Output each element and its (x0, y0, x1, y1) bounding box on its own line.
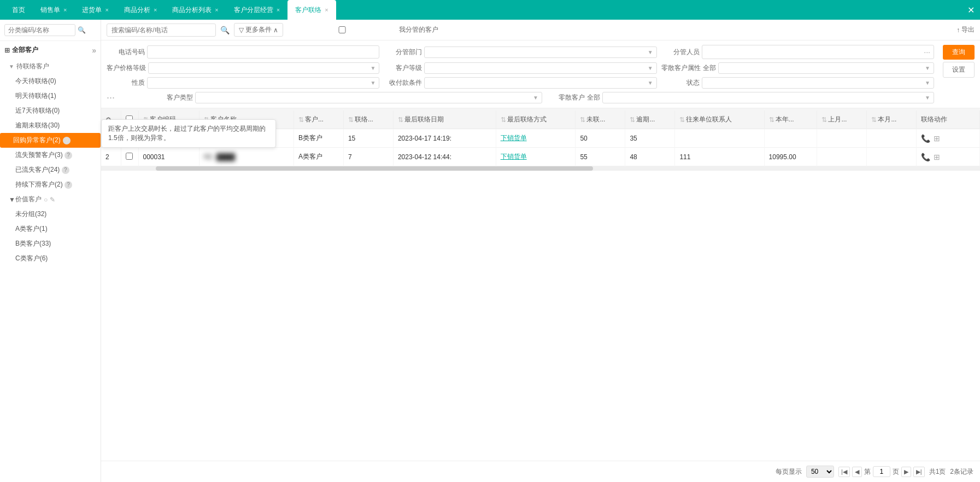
export-button[interactable]: ↑ 导出 (956, 25, 975, 34)
filter-label-person: 分管人员 (661, 48, 700, 57)
nav-item-customer-tier[interactable]: 客户分层经营 × (226, 0, 287, 20)
close-icon[interactable]: × (277, 7, 280, 13)
filter-cell-dept: 分管部门 ▼ (384, 47, 656, 58)
more-conditions-button[interactable]: ▽ 更多条件 ∧ (234, 23, 283, 37)
filter-price-level-select[interactable]: ▼ (148, 62, 379, 74)
filter-retail-customer-select[interactable]: ▼ (602, 92, 934, 103)
close-icon[interactable]: × (215, 7, 218, 13)
collapse-icon[interactable]: » (92, 46, 96, 55)
filter-phone-input[interactable] (147, 45, 379, 59)
col-header-last-month[interactable]: ⇅ 上月... (817, 111, 867, 129)
filter-status-select[interactable]: ▼ (702, 77, 934, 89)
close-icon[interactable]: × (105, 7, 108, 13)
horizontal-scrollbar[interactable] (101, 166, 980, 171)
sort-icon: ⇅ (580, 116, 585, 124)
filter-label-customer-type: 客户类型 (155, 93, 193, 102)
filter-icon: ▽ (239, 26, 244, 34)
filter-customer-level-select[interactable]: ▼ (424, 62, 656, 74)
info-icon[interactable]: ? (64, 152, 72, 159)
col-header-contact-person[interactable]: ⇅ 往来单位联系人 (675, 111, 764, 129)
phone-icon[interactable]: 📞 (921, 153, 930, 161)
col-header-overdue[interactable]: ⇅ 逾期... (625, 111, 675, 129)
nav-item-analysis-list[interactable]: 商品分析列表 × (165, 0, 226, 20)
page-input[interactable] (873, 466, 890, 477)
sidebar-group-pending[interactable]: ▼ 待联络客户 (0, 59, 101, 74)
sidebar-item-today[interactable]: 今天待联络(0) (0, 74, 101, 89)
sort-icon: ⇅ (821, 116, 827, 124)
contact-method-link[interactable]: 下销货单 (501, 153, 527, 160)
filter-customer-type-select[interactable]: ▼ (195, 92, 542, 103)
sidebar-item-churn-warning[interactable]: 流失预警客户(3) ? (0, 148, 101, 162)
edit-icon[interactable]: ○ (44, 196, 48, 204)
search-input[interactable] (107, 24, 216, 37)
contact-method-link[interactable]: 下销货单 (501, 134, 527, 142)
sidebar-item-ungrouped[interactable]: 未分组(32) (0, 207, 101, 222)
col-header-last-contact-method[interactable]: ⇅ 最后联络方式 (496, 111, 576, 129)
last-page-button[interactable]: ▶| (913, 467, 925, 477)
cell-contact-count: 15 (343, 129, 393, 148)
sidebar-item-repurchase-abnormal[interactable]: 回购异常客户(2) ? (0, 133, 101, 148)
sidebar-item-7days[interactable]: 近7天待联络(0) (0, 103, 101, 118)
nav-item-sales[interactable]: 销售单 × (33, 0, 74, 20)
close-icon[interactable]: × (154, 7, 157, 13)
search-icon[interactable]: 🔍 (78, 26, 86, 34)
sidebar-search-input[interactable] (4, 24, 75, 36)
sidebar-item-class-c[interactable]: C类客户(6) (0, 251, 101, 266)
phone-icon[interactable]: 📞 (921, 134, 930, 143)
cell-current-month (867, 129, 917, 148)
cell-action: 📞 ⊞ (917, 129, 980, 148)
sidebar-item-tomorrow[interactable]: 明天待联络(1) (0, 89, 101, 103)
info-icon[interactable]: ? (64, 181, 72, 189)
prev-page-button[interactable]: ◀ (852, 467, 862, 477)
col-header-no-contact[interactable]: ⇅ 未联... (576, 111, 625, 129)
row-checkbox[interactable] (126, 153, 133, 160)
grid-icon[interactable]: ⊞ (934, 153, 940, 161)
sidebar-item-class-a[interactable]: A类客户(1) (0, 222, 101, 236)
query-button[interactable]: 查询 (943, 45, 975, 60)
settings-button[interactable]: 设置 (943, 62, 975, 78)
filter-retail-attr-select[interactable]: ▼ (718, 62, 934, 74)
total-pages-label: 共1页 (929, 467, 946, 477)
chevron-down-icon: ▼ (648, 49, 653, 55)
cell-code: 000031 (138, 148, 199, 166)
col-header-last-contact-date[interactable]: ⇅ 最后联络日期 (393, 111, 496, 129)
nav-close-button[interactable]: ✕ (967, 5, 975, 15)
sidebar-item-declining[interactable]: 持续下滑客户(2) ? (0, 177, 101, 192)
search-button[interactable]: 🔍 (220, 26, 230, 34)
filter-nature-select[interactable]: ▼ (147, 77, 379, 89)
scrollbar-thumb[interactable] (156, 166, 593, 171)
next-page-button[interactable]: ▶ (901, 467, 911, 477)
filter-cell-nature: 性质 ▼ (107, 77, 379, 89)
cell-current-month (867, 148, 917, 166)
filter-dept-select[interactable]: ▼ (424, 47, 656, 58)
per-page-select[interactable]: 50 20 100 (806, 466, 834, 478)
nav-item-analysis[interactable]: 商品分析 × (116, 0, 165, 20)
edit-icon2[interactable]: ✎ (50, 196, 55, 204)
col-header-level[interactable]: ⇅ 客户... (294, 111, 343, 129)
sidebar-item-churned[interactable]: 已流失客户(24) ? (0, 162, 101, 177)
nav-item-home[interactable]: 首页 (4, 0, 33, 20)
chevron-down-icon: ∧ (273, 26, 278, 34)
col-header-current-year[interactable]: ⇅ 本年... (764, 111, 817, 129)
sort-icon: ⇅ (871, 116, 877, 124)
filter-payment-select[interactable]: ▼ (424, 77, 656, 89)
nav-item-purchase[interactable]: 进货单 × (74, 0, 116, 20)
row-action-buttons: 📞 ⊞ (921, 153, 975, 161)
info-icon[interactable]: ? (62, 166, 69, 174)
filter-person-select[interactable]: ··· (702, 45, 934, 59)
sidebar-item-overdue[interactable]: 逾期未联络(30) (0, 118, 101, 133)
close-icon[interactable]: × (325, 7, 328, 13)
nav-item-customer-contact[interactable]: 客户联络 × (287, 0, 336, 20)
info-icon[interactable]: ? (63, 137, 71, 144)
sidebar-group-value-customer[interactable]: ▼ 价值客户 ○ ✎ (0, 192, 101, 207)
cell-current-year (764, 129, 817, 148)
my-customers-checkbox[interactable] (287, 26, 397, 33)
chevron-down-icon: ▼ (370, 65, 375, 71)
col-header-current-month[interactable]: ⇅ 本月... (867, 111, 917, 129)
close-icon[interactable]: × (63, 7, 67, 13)
sort-icon: ⇅ (630, 116, 635, 124)
grid-icon[interactable]: ⊞ (934, 134, 940, 143)
col-header-contact-count[interactable]: ⇅ 联络... (343, 111, 393, 129)
first-page-button[interactable]: |◀ (838, 467, 850, 477)
sidebar-item-class-b[interactable]: B类客户(33) (0, 236, 101, 251)
